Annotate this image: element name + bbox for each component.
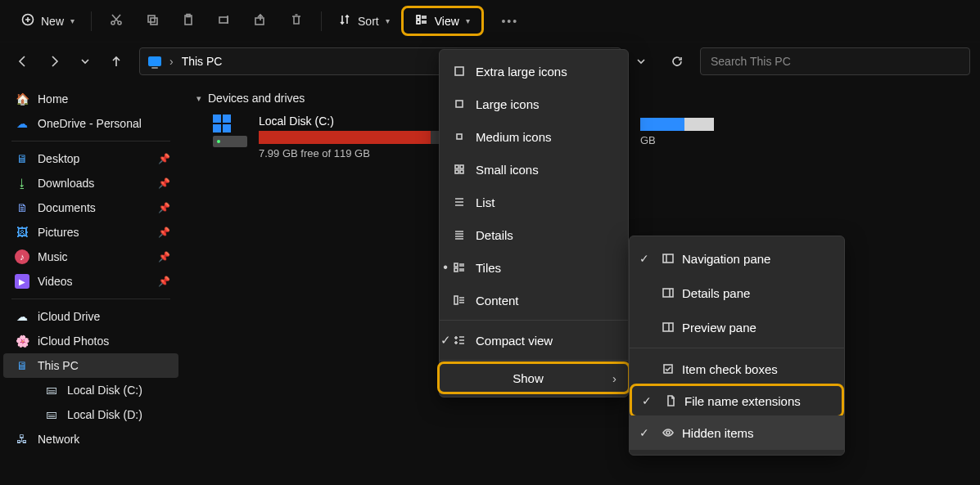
compact-icon (451, 334, 467, 347)
sidebar-item-icloud-drive[interactable]: ☁ iCloud Drive (3, 304, 178, 329)
menu-item-small-icons[interactable]: Small icons (440, 153, 628, 186)
home-icon: 🏠 (15, 92, 29, 106)
paste-button[interactable] (172, 7, 205, 36)
submenu-item-navigation-pane[interactable]: ✓ Navigation pane (630, 241, 844, 276)
menu-item-tiles[interactable]: Tiles (440, 251, 628, 284)
svg-rect-11 (455, 67, 463, 75)
breadcrumb-root[interactable]: This PC (182, 55, 223, 68)
view-button[interactable]: View ▾ (409, 10, 476, 32)
delete-button[interactable] (280, 7, 313, 36)
submenu-item-details-pane[interactable]: Details pane (630, 276, 844, 310)
submenu-label: Item check boxes (682, 362, 778, 376)
sidebar-item-videos[interactable]: ▶ Videos 📌 (3, 269, 178, 294)
sidebar-label: This PC (38, 359, 79, 372)
cut-button[interactable] (100, 7, 133, 36)
menu-item-compact-view[interactable]: ✓ Compact view (440, 324, 628, 357)
sort-button[interactable]: Sort ▾ (330, 7, 398, 36)
sidebar-label: OneDrive - Personal (38, 117, 142, 130)
new-label: New (41, 15, 64, 28)
menu-label: Show (513, 371, 544, 385)
separator (91, 11, 92, 31)
sidebar-item-local-d[interactable]: 🖴 Local Disk (D:) (3, 402, 178, 427)
back-button[interactable] (10, 48, 36, 74)
check-icon: ✓ (642, 394, 652, 407)
pc-icon (148, 56, 161, 66)
share-button[interactable] (244, 7, 277, 36)
search-input[interactable]: Search This PC (700, 47, 970, 75)
separator (11, 141, 170, 141)
menu-item-show[interactable]: Show › (437, 362, 630, 394)
sidebar-item-documents[interactable]: 🗎 Documents 📌 (3, 195, 178, 220)
file-icon (662, 394, 680, 407)
nav-arrows (10, 48, 129, 74)
menu-label: Small icons (476, 163, 539, 177)
menu-label: Large icons (476, 97, 540, 111)
sidebar-label: Home (38, 92, 68, 106)
sidebar: 🏠 Home ☁ OneDrive - Personal 🖥 Desktop 📌… (0, 80, 182, 485)
tiles-icon (451, 261, 467, 274)
more-button[interactable]: ••• (494, 7, 526, 36)
menu-label: List (476, 195, 495, 209)
drive-gb-suffix: GB (640, 134, 714, 146)
svg-rect-7 (219, 17, 228, 23)
forward-button[interactable] (41, 48, 67, 74)
sidebar-item-icloud-photos[interactable]: 🌸 iCloud Photos (3, 329, 178, 353)
sidebar-item-network[interactable]: 🖧 Network (3, 427, 178, 451)
menu-item-large-icons[interactable]: Large icons (440, 88, 628, 120)
sort-label: Sort (358, 15, 379, 28)
show-submenu: ✓ Navigation pane Details pane Preview p… (629, 236, 845, 456)
sidebar-item-local-c[interactable]: 🖴 Local Disk (C:) (3, 378, 178, 402)
new-button[interactable]: New ▾ (13, 7, 83, 36)
sidebar-item-home[interactable]: 🏠 Home (3, 87, 178, 111)
square-icon (451, 130, 467, 143)
up-button[interactable] (103, 48, 129, 74)
sidebar-item-pictures[interactable]: 🖼 Pictures 📌 (3, 220, 178, 245)
sidebar-label: iCloud Drive (38, 310, 100, 323)
pin-icon: 📌 (158, 177, 170, 189)
menu-item-details[interactable]: Details (440, 218, 628, 251)
copy-button[interactable] (136, 7, 169, 36)
submenu-item-file-name-extensions[interactable]: ✓ File name extensions (630, 384, 844, 418)
download-icon: ⭳ (15, 176, 29, 191)
pictures-icon: 🖼 (15, 225, 29, 240)
svg-rect-4 (151, 18, 157, 25)
drive-item-partial[interactable]: GB (640, 118, 714, 146)
rename-button[interactable] (208, 7, 241, 36)
submenu-item-preview-pane[interactable]: Preview pane (630, 310, 844, 344)
separator (440, 360, 628, 361)
rename-icon (218, 13, 231, 29)
svg-rect-9 (417, 16, 420, 19)
svg-rect-10 (417, 20, 420, 24)
recent-button[interactable] (72, 48, 98, 74)
svg-rect-20 (454, 296, 458, 304)
sidebar-label: Local Disk (C:) (67, 384, 142, 397)
submenu-item-item-check-boxes[interactable]: Item check boxes (630, 352, 844, 386)
submenu-label: Navigation pane (682, 252, 770, 266)
menu-item-medium-icons[interactable]: Medium icons (440, 120, 628, 153)
sidebar-item-this-pc[interactable]: 🖥 This PC (3, 353, 178, 378)
cloud-icon: ☁ (15, 309, 29, 324)
refresh-button[interactable] (664, 48, 690, 74)
svg-rect-15 (460, 165, 463, 168)
drive-icon: 🖴 (44, 383, 59, 397)
sidebar-item-onedrive[interactable]: ☁ OneDrive - Personal (3, 111, 178, 136)
submenu-item-hidden-items[interactable]: ✓ Hidden items (630, 415, 844, 450)
sidebar-item-desktop[interactable]: 🖥 Desktop 📌 (3, 146, 178, 171)
eye-icon (659, 426, 677, 439)
sidebar-label: Downloads (38, 177, 94, 190)
pane-icon (659, 321, 677, 334)
sidebar-item-downloads[interactable]: ⭳ Downloads 📌 (3, 171, 178, 195)
videos-icon: ▶ (15, 274, 29, 289)
menu-item-extra-large-icons[interactable]: Extra large icons (440, 55, 628, 88)
menu-item-content[interactable]: Content (440, 284, 628, 317)
menu-item-list[interactable]: List (440, 186, 628, 218)
drive-free-text: 7.99 GB free of 119 GB (259, 147, 439, 159)
view-icon (415, 13, 428, 29)
square-icon (451, 65, 467, 78)
capacity-bar (259, 131, 439, 144)
chevron-down-icon: ▾ (466, 16, 470, 25)
address-history-button[interactable] (628, 48, 654, 74)
sidebar-item-music[interactable]: ♪ Music 📌 (3, 245, 178, 269)
svg-rect-17 (460, 170, 463, 173)
clipboard-icon (182, 13, 195, 29)
